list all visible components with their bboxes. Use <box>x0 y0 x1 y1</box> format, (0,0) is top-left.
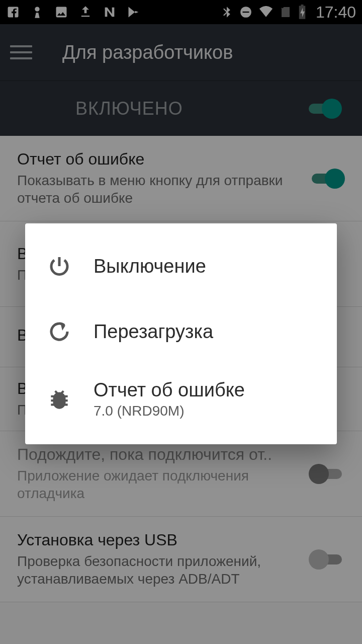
dialog-item-label: Выключение <box>94 256 206 277</box>
bug-icon <box>43 387 75 412</box>
power-dialog: Выключение Перезагрузка Отчет об ошибке … <box>25 223 337 444</box>
dialog-item-restart[interactable]: Перезагрузка <box>25 299 337 364</box>
screen: 17:40 Для разработчиков ВКЛЮЧЕНО Отчет о… <box>0 0 362 644</box>
dialog-item-bug-report[interactable]: Отчет об ошибке 7.0 (NRD90M) <box>25 364 337 434</box>
restart-icon <box>43 319 75 344</box>
dialog-item-label: Перезагрузка <box>94 321 213 343</box>
power-icon <box>43 254 75 278</box>
dialog-item-subtitle: 7.0 (NRD90M) <box>94 403 245 419</box>
dialog-item-power-off[interactable]: Выключение <box>25 233 337 299</box>
dialog-item-label: Отчет об ошибке <box>94 379 245 401</box>
